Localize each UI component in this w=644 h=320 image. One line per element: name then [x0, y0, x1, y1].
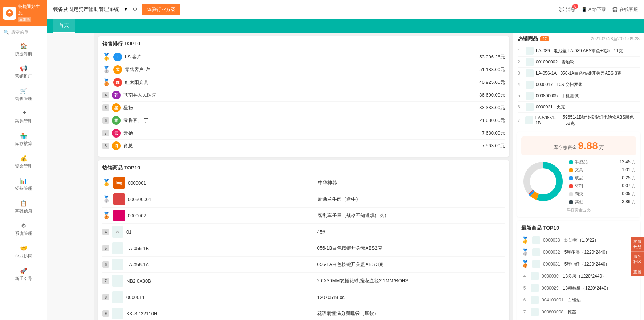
medal-icon: 🥉	[521, 260, 529, 268]
product-icon	[525, 116, 533, 124]
chart-label: 库存资金占比	[521, 207, 636, 213]
legend-item: 肉类 -0.05 万	[569, 191, 636, 197]
list-item: 7 NB2.0X30B 2.0X30MM双搓花轴,搓花直径2.1MM/ROHS	[102, 273, 505, 289]
medal-icon: 🥈	[521, 248, 529, 256]
list-item: 🥇 0000033 封边带（1.0*22）	[521, 234, 636, 246]
sidebar-nav-item-finance[interactable]: 💰 资金管理	[0, 151, 47, 173]
purchase-icon: 🛍	[20, 110, 27, 117]
page-tabs: 首页	[47, 19, 644, 33]
sidebar-nav-item-enterprise[interactable]: 🤝 企业协同	[0, 241, 47, 263]
online-service-button[interactable]: 🎧 在线客服	[612, 6, 638, 13]
enterprise-icon: 🤝	[20, 245, 27, 252]
donut-legend: 半成品 12.45 万 文具 1.01 万 成品 0.25 万	[569, 159, 636, 205]
list-item: 2 001000002 雪地靴	[518, 57, 640, 68]
sidebar-nav-item-system[interactable]: ⚙ 系统管理	[0, 218, 47, 241]
list-item: 8 10000100001 原茎	[521, 318, 636, 320]
search-menu[interactable]: 🔍 搜索菜单	[0, 26, 47, 38]
legend-item: 材料 0.07 万	[569, 183, 636, 189]
logo-text: 畅捷通好生意 标准版	[18, 4, 44, 22]
list-item: 6 004100001 白钢垫	[521, 294, 636, 306]
latest-products-list: 🥇 0000033 封边带（1.0*22） 🥈 0000032 5厘多层（122…	[521, 234, 636, 320]
list-item: 5 LA-056-1B 056-1B白色按键开关壳ABS2克	[102, 240, 505, 257]
search-icon: 🔍	[4, 30, 9, 35]
hot-products-card: 热销商品 TOP10 🥇 img 0000001 中华神器 🥈	[98, 160, 509, 320]
avatar: 星	[112, 103, 121, 112]
svg-point-0	[6, 9, 13, 17]
svg-rect-5	[113, 210, 125, 221]
header-right: 💬 消息 6 📱 App下载 🎧 在线客服	[559, 6, 638, 13]
sidebar-nav-item-guide[interactable]: 🚀 新手引导	[0, 263, 47, 286]
product-icon	[531, 296, 539, 304]
product-icon	[531, 308, 539, 316]
message-icon: 💬	[559, 7, 564, 12]
svg-rect-19	[534, 238, 539, 243]
legend-dot	[569, 200, 573, 204]
svg-rect-11	[114, 294, 121, 300]
marketing-icon: 📢	[20, 65, 27, 72]
top-selling-date: 2021-09-28至2021-09-28	[591, 36, 640, 42]
svg-rect-4	[113, 193, 125, 205]
top-header: 装备及固定资产辅助管理系统 ▼ ⚙ 体验行业方案 💬 消息 6 📱 App下载 …	[47, 0, 644, 19]
hot-products-list: 🥇 img 0000001 中华神器 🥈 000500001	[102, 175, 505, 320]
top-selling-title: 热销商品	[518, 36, 538, 42]
legend-dot	[569, 192, 573, 196]
logo-icon	[3, 7, 16, 20]
livestream-button[interactable]: 直播	[631, 267, 644, 276]
experience-button[interactable]: 体验行业方案	[142, 4, 180, 15]
sidebar-nav-item-marketing[interactable]: 📢 营销推广	[0, 61, 47, 83]
phone-icon: 📱	[581, 7, 587, 12]
avatar: L	[113, 53, 122, 61]
legend-item: 成品 0.25 万	[569, 175, 636, 181]
stock-total: 库存总资金 9.88 万	[521, 136, 636, 155]
sidebar-nav-item-purchase[interactable]: 🛍 采购管理	[0, 106, 47, 128]
table-row: 8 肖 肖总 7,563.00元	[102, 140, 505, 152]
basic-icon: 📋	[20, 200, 27, 207]
legend-item: 文具 1.01 万	[569, 167, 636, 173]
table-row: 4 苍 苍南县人民医院 36,600.00元	[102, 89, 505, 102]
product-icon	[532, 248, 540, 256]
sidebar-nav-item-basic[interactable]: 📋 基础信息	[0, 196, 47, 218]
sidebar-nav-item-stock[interactable]: 🏪 库存核算	[0, 128, 47, 151]
svg-rect-13	[527, 48, 532, 53]
latest-products-card: 最新商品 TOP10 🥇 0000033 封边带（1.0*22） 🥈	[517, 221, 640, 320]
product-thumbnail	[112, 308, 123, 319]
donut-chart-section: 半成品 12.45 万 文具 1.01 万 成品 0.25 万	[521, 159, 636, 205]
list-item: 5 000800005 手机测试	[518, 90, 640, 102]
product-icon	[532, 260, 540, 268]
svg-rect-12	[114, 310, 121, 317]
messages-button[interactable]: 💬 消息 6	[559, 6, 575, 13]
table-row: 🥉 红 红太阳文具 40,925.00元	[102, 76, 505, 89]
table-row: 🥇 L LS 客户 53,006.26元	[102, 51, 505, 63]
list-item: 4 0000017 10S 变扭罗浆	[518, 79, 640, 90]
list-item: 6 LA-056-1A 056-1A白色按键开关盖ABS 3克	[102, 257, 505, 273]
product-thumbnail	[113, 210, 125, 221]
list-item: 7 LA-59651-1B 59651-1B旋转投影灯电池盒ABS黑色+58克	[518, 113, 640, 128]
latest-products-title: 最新商品 TOP10	[521, 225, 636, 231]
top-selling-header: 热销商品 27 2021-09-28至2021-09-28	[513, 33, 644, 45]
legend-item: 半成品 12.45 万	[569, 159, 636, 165]
left-panel	[47, 33, 94, 320]
sidebar-nav-item-sales[interactable]: 🛒 销售管理	[0, 83, 47, 106]
svg-rect-9	[114, 261, 121, 268]
chevron-down-icon: ▼	[123, 7, 128, 12]
sales-icon: 🛒	[20, 87, 27, 94]
svg-rect-6	[114, 229, 121, 235]
settings-icon[interactable]: ⚙	[133, 6, 138, 13]
finance-icon: 💰	[20, 155, 27, 162]
stock-icon: 🏪	[20, 132, 27, 139]
list-item: 8 0000011 12070519-xs	[102, 289, 505, 305]
sidebar-nav-item-operation[interactable]: 📊 经营管理	[0, 173, 47, 196]
product-icon	[526, 69, 534, 77]
app-download-button[interactable]: 📱 App下载	[581, 6, 606, 13]
service-community-button[interactable]: 服务社区	[631, 252, 644, 267]
logo-badge: 标准版	[18, 17, 31, 22]
product-thumbnail	[112, 291, 123, 303]
tab-home[interactable]: 首页	[53, 19, 75, 33]
customer-hotline-button[interactable]: 客服热线	[631, 237, 644, 252]
sidebar-nav-item-home[interactable]: 🏠 快捷导航	[0, 38, 47, 61]
medal-icon: 🥇	[102, 179, 110, 187]
product-thumbnail	[113, 193, 125, 205]
customer-service-panel: 客服热线 服务社区 直播	[631, 237, 644, 276]
top-selling-list: 1 LA-089 电池盖 LA-089 ABS本色+黑种 7.1克 2 0010…	[513, 45, 644, 128]
table-row: 6 零 零售客户·于 21,680.00元	[102, 114, 505, 127]
